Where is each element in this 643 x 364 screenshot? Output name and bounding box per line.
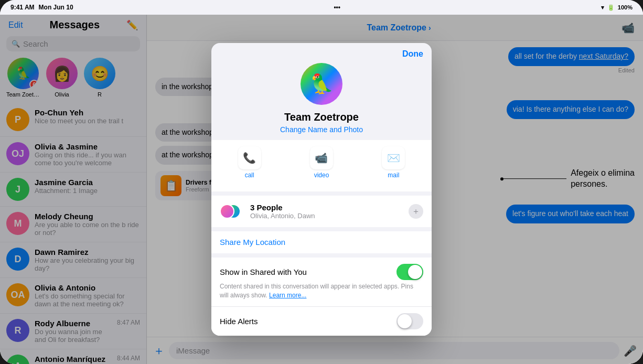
add-person-button[interactable]: ＋ — [409, 204, 423, 219]
annotation-text: Afegeix o eliminapersones. — [571, 168, 635, 190]
status-date: Mon Jun 10 — [39, 4, 73, 11]
people-avatar-1 — [220, 204, 234, 219]
show-shared-toggle[interactable] — [396, 264, 423, 280]
learn-more-link[interactable]: Learn more... — [269, 292, 306, 299]
video-icon: 📹 — [310, 146, 333, 169]
toggle-knob — [398, 314, 412, 328]
mail-action-button[interactable]: ✉️ mail — [364, 140, 423, 185]
group-avatar-image: 🦜 — [301, 63, 342, 105]
status-bar-left: 9:41 AM Mon Jun 10 — [10, 4, 73, 11]
hide-alerts-toggle[interactable] — [396, 313, 423, 329]
people-avatars — [220, 202, 245, 221]
toggle-description: Content shared in this conversation will… — [220, 282, 423, 300]
modal-group-name: Team Zoetrope — [211, 111, 432, 125]
status-bar-center: ••• — [334, 4, 340, 11]
modal-group-avatar: 🦜 — [211, 59, 432, 111]
show-shared-toggle-row: Show in Shared with You Content shared i… — [211, 258, 432, 307]
modal-action-buttons: 📞 call 📹 video ✉️ mail — [211, 140, 432, 191]
battery-percent: 100% — [618, 4, 633, 10]
people-row: 3 People Olivia, Antonio, Dawn ＋ — [211, 196, 432, 227]
share-location-button[interactable]: Share My Location — [220, 238, 285, 247]
status-bar-right: ▾ 🔋 100% — [601, 4, 633, 11]
battery-icon: 🔋 — [607, 4, 615, 11]
call-action-button[interactable]: 📞 call — [220, 140, 279, 185]
hide-alerts-label: Hide Alerts — [220, 317, 258, 326]
annotation: Afegeix o eliminapersones. — [500, 168, 635, 190]
status-bar: 9:41 AM Mon Jun 10 ••• ▾ 🔋 100% — [0, 0, 643, 15]
annotation-line — [503, 179, 566, 179]
people-count: 3 People — [250, 203, 403, 212]
mail-icon: ✉️ — [382, 146, 405, 169]
video-action-button[interactable]: 📹 video — [292, 140, 351, 185]
modal-header: Done — [211, 43, 432, 59]
wifi-icon: ▾ — [601, 4, 604, 11]
people-section: 3 People Olivia, Antonio, Dawn ＋ — [211, 196, 432, 227]
video-label: video — [314, 172, 329, 179]
call-label: call — [245, 172, 254, 179]
modal-overlay: Done 🦜 Team Zoetrope Change Name and Pho… — [0, 15, 643, 364]
hide-alerts-row: Hide Alerts — [211, 307, 432, 336]
toggle-row-header: Show in Shared with You — [220, 264, 423, 280]
status-time: 9:41 AM — [10, 4, 35, 11]
toggle-knob — [408, 265, 422, 279]
people-info: 3 People Olivia, Antonio, Dawn — [250, 203, 403, 220]
modal-sheet: Done 🦜 Team Zoetrope Change Name and Pho… — [211, 43, 432, 336]
show-shared-label: Show in Shared with You — [220, 267, 307, 276]
change-name-photo-link[interactable]: Change Name and Photo — [211, 125, 432, 140]
mail-label: mail — [388, 172, 399, 179]
people-names: Olivia, Antonio, Dawn — [250, 212, 403, 220]
call-icon: 📞 — [238, 146, 261, 169]
done-button[interactable]: Done — [402, 49, 423, 59]
share-location-section: Share My Location — [211, 231, 432, 253]
